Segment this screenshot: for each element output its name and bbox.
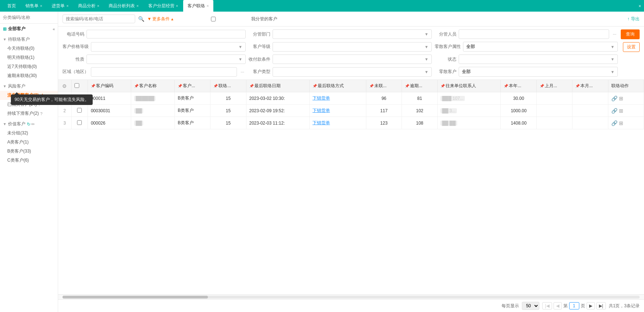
nav-tab-product-list[interactable]: 商品分析列表 × (104, 0, 143, 12)
sidebar-group-label-risk[interactable]: ▼ 风险客户 (0, 82, 58, 91)
action-link-icon[interactable]: 🔗 (611, 96, 617, 101)
nav-tab-product-analysis[interactable]: 商品分析 × (74, 0, 104, 12)
current-page-input[interactable] (569, 302, 579, 309)
nav-tab-customer-contact[interactable]: 客户联络 × (183, 0, 213, 12)
next-page-button[interactable]: ▶ (587, 302, 595, 309)
action-menu-icon[interactable]: ⊞ (619, 96, 623, 101)
first-page-button[interactable]: |◀ (542, 302, 552, 309)
type-pin-icon: 📌 (178, 84, 182, 88)
col-checkbox[interactable] (71, 80, 88, 92)
filter-status-select[interactable]: ▼ (459, 54, 618, 64)
more-conditions-btn[interactable]: ▼ 更多条件 ▲ (147, 16, 174, 22)
filter-customer-grade-select[interactable]: ▼ (273, 42, 432, 52)
sidebar-item-downturn[interactable]: 持续下滑客户(2) ? (0, 109, 58, 118)
col-header-name[interactable]: 📌 客户名称 (131, 80, 175, 92)
filter-price-grade-select[interactable]: ▼ (91, 42, 246, 52)
sidebar-search-area: 🔍 (0, 12, 58, 24)
sidebar-item-overdue[interactable]: 逾期未联络(30) (0, 71, 58, 80)
my-customers-checkbox-label[interactable]: 我分管的客户 (177, 16, 277, 22)
main-search-input[interactable] (63, 15, 135, 23)
col-header-this-month[interactable]: 📌 本月... (572, 80, 608, 92)
row-overdue: 102 (402, 105, 438, 117)
customer-segments-close-icon[interactable]: × (176, 4, 178, 8)
col-header-last-way[interactable]: 📌 最后联络方式 (309, 80, 366, 92)
col-settings[interactable]: ⚙ (58, 80, 71, 92)
select-all-checkbox[interactable] (75, 83, 79, 88)
product-analysis-close-icon[interactable]: × (97, 4, 99, 8)
sidebar-item-b-class[interactable]: B类客户(33) (0, 147, 58, 156)
action-menu-icon[interactable]: ⊞ (619, 120, 623, 126)
sidebar-item-unclassified[interactable]: 未分组(32) (0, 129, 58, 138)
col-header-type[interactable]: 📌 客户... (174, 80, 210, 92)
sidebar-group-label-pending[interactable]: ▼ 待联络客户 (0, 35, 58, 44)
per-page-select[interactable]: 50 (522, 302, 539, 310)
sidebar-all-customers[interactable]: ⊞ 全部客户 « (0, 24, 58, 34)
action-menu-icon[interactable]: ⊞ (619, 108, 623, 114)
filter-retail-attr-label: 零散客户属性 (435, 44, 461, 50)
main-search-button[interactable]: 🔍 (138, 16, 144, 22)
sidebar-item-today[interactable]: 今天待联络(0) (0, 44, 58, 53)
row-last-month (536, 92, 572, 105)
col-header-last-month[interactable]: 📌 上月... (536, 80, 572, 92)
col-header-contact-person[interactable]: 📌 往来单位联系人 (438, 80, 501, 92)
scroll-thumb[interactable] (63, 296, 208, 299)
filter-manager: 分管人员 ··· (435, 29, 618, 39)
query-button[interactable]: 查询 (621, 29, 640, 39)
sidebar-group-label-value[interactable]: ▼ 价值客户 ↻ ✏ (0, 119, 58, 129)
row-last-way[interactable]: 下销货单 (309, 92, 366, 105)
horizontal-scrollbar[interactable] (58, 294, 644, 299)
manager-dots-icon[interactable]: ··· (611, 32, 618, 37)
col-header-last-date[interactable]: 📌 最后联络日期 (246, 80, 309, 92)
filter-phone-input[interactable] (86, 30, 246, 39)
sidebar-item-c-class[interactable]: C类客户(6) (0, 156, 58, 165)
nav-tab-home[interactable]: 首页 (3, 0, 20, 12)
edit-icon-value[interactable]: ✏ (31, 122, 35, 127)
region-dots-icon[interactable]: ··· (239, 69, 246, 74)
row-name: ██████ (131, 92, 175, 105)
row-checkbox[interactable] (71, 105, 88, 117)
col-header-code[interactable]: 📌 客户编码 (88, 80, 131, 92)
nav-tab-purchase[interactable]: 进货单 × (47, 0, 73, 12)
filter-customer-type-select[interactable]: ▼ (273, 67, 432, 77)
customer-contact-close-icon[interactable]: × (206, 4, 209, 8)
row-select-checkbox[interactable] (77, 108, 82, 113)
refresh-icon-value[interactable]: ↻ (27, 122, 31, 127)
filter-manager-select[interactable] (459, 29, 609, 39)
close-all-button[interactable]: × (639, 3, 641, 9)
filter-dept-select[interactable]: ▼ (273, 29, 432, 39)
export-button[interactable]: ↑ 导出 (627, 16, 640, 22)
row-last-way[interactable]: 下销货单 (309, 117, 366, 129)
pagination-bar: 每页显示 50 |◀ ◀ 第 页 ▶ ▶| 共1页，3条记录 (58, 299, 644, 312)
sidebar-item-a-class[interactable]: A类客户(1) (0, 138, 58, 147)
filter-payment-select[interactable]: ▼ (273, 54, 432, 64)
prev-page-button[interactable]: ◀ (554, 302, 562, 309)
nav-tab-sales[interactable]: 销售单 × (21, 0, 47, 12)
settings-gear-icon[interactable]: ⚙ (62, 83, 67, 89)
col-header-contact[interactable]: 📌 联络... (210, 80, 246, 92)
my-customers-checkbox[interactable] (177, 17, 250, 21)
filter-retail-customer-label: 零散客户 (435, 69, 456, 75)
last-page-button[interactable]: ▶| (596, 302, 606, 309)
purchase-close-icon[interactable]: × (66, 4, 68, 8)
row-contact: 15 (210, 117, 246, 129)
row-last-month (536, 105, 572, 117)
nav-tab-customer-segments[interactable]: 客户分层经营 × (144, 0, 182, 12)
col-header-overdue[interactable]: 📌 逾期... (402, 80, 438, 92)
sidebar-item-tomorrow[interactable]: 明天待联络(1) (0, 53, 58, 62)
filter-nature-select[interactable]: ▼ (86, 54, 246, 64)
row-last-way[interactable]: 下销货单 (309, 105, 366, 117)
col-header-this-year[interactable]: 📌 本年... (501, 80, 536, 92)
row-checkbox[interactable] (71, 117, 88, 129)
setting-button[interactable]: 设置 (623, 42, 640, 52)
sales-close-icon[interactable]: × (40, 4, 42, 8)
product-list-close-icon[interactable]: × (136, 4, 138, 8)
action-link-icon[interactable]: 🔗 (611, 108, 617, 114)
sidebar-item-7days[interactable]: 近7天待联络(0) (0, 62, 58, 71)
sidebar-search-input[interactable] (3, 15, 57, 20)
action-link-icon[interactable]: 🔗 (611, 120, 617, 126)
row-select-checkbox[interactable] (77, 120, 82, 125)
filter-retail-customer-select[interactable]: 全部 ▼ (459, 67, 618, 77)
col-header-uncontacted[interactable]: 📌 未联... (366, 80, 402, 92)
filter-region-select[interactable] (91, 67, 237, 77)
filter-retail-attr-select[interactable]: 全部 ▼ (463, 42, 618, 52)
